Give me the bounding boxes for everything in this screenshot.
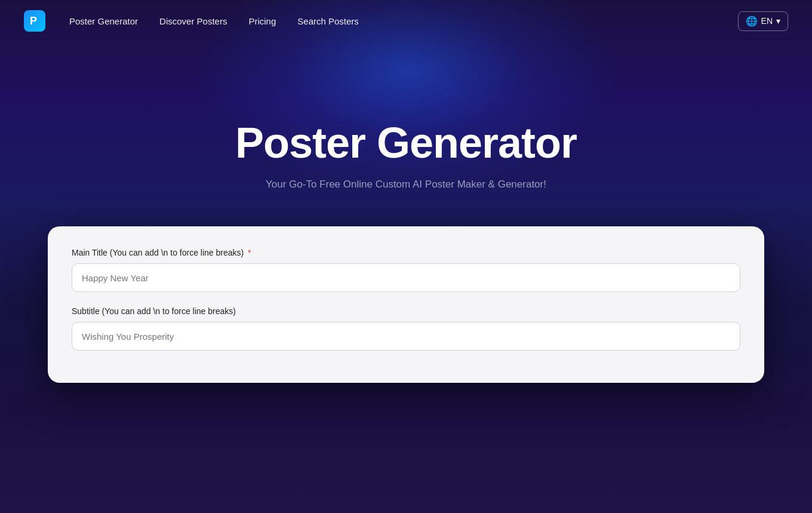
subtitle-input[interactable]	[72, 322, 740, 351]
navbar: P Poster Generator Discover Posters Pric…	[0, 0, 812, 42]
hero-subtitle: Your Go-To Free Online Custom AI Poster …	[266, 179, 546, 191]
logo[interactable]: P	[24, 10, 45, 32]
lang-code: EN	[761, 16, 773, 26]
nav-links: Poster Generator Discover Posters Pricin…	[69, 16, 359, 26]
logo-icon: P	[24, 10, 45, 32]
subtitle-label: Subtitle (You can add \n to force line b…	[72, 306, 740, 316]
hero-section: Poster Generator Your Go-To Free Online …	[0, 42, 812, 226]
nav-link-poster-generator[interactable]: Poster Generator	[69, 16, 138, 26]
chevron-down-icon: ▾	[776, 16, 780, 26]
subtitle-label-text: Subtitle (You can add \n to force line b…	[72, 306, 236, 316]
hero-title: Poster Generator	[235, 119, 577, 167]
nav-link-discover-posters[interactable]: Discover Posters	[159, 16, 227, 26]
main-title-input[interactable]	[72, 263, 740, 292]
main-title-required-star: *	[248, 248, 251, 257]
main-title-label-text: Main Title (You can add \n to force line…	[72, 248, 244, 257]
form-card: Main Title (You can add \n to force line…	[48, 226, 764, 383]
navbar-left: P Poster Generator Discover Posters Pric…	[24, 10, 359, 32]
language-selector[interactable]: 🌐 EN ▾	[738, 11, 788, 31]
main-title-label: Main Title (You can add \n to force line…	[72, 248, 740, 257]
nav-link-pricing[interactable]: Pricing	[248, 16, 276, 26]
main-title-field: Main Title (You can add \n to force line…	[72, 248, 740, 292]
nav-link-search-posters[interactable]: Search Posters	[297, 16, 359, 26]
globe-icon: 🌐	[746, 16, 758, 27]
svg-text:P: P	[30, 15, 37, 27]
subtitle-field: Subtitle (You can add \n to force line b…	[72, 306, 740, 351]
